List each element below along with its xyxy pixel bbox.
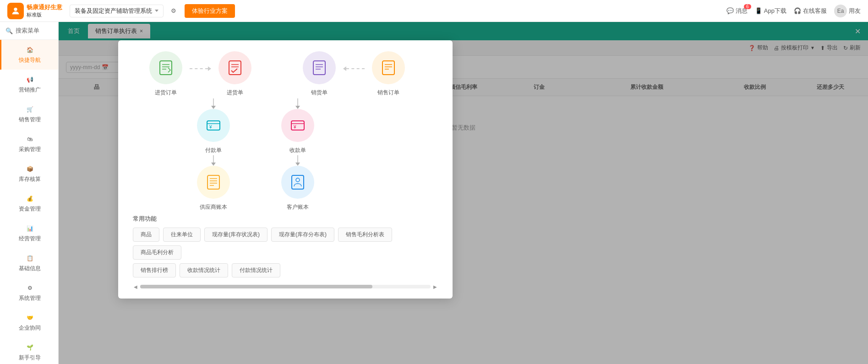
purchase-slip-label: 进货单 xyxy=(227,89,243,97)
flow-node-customer-account[interactable]: 客户账本 xyxy=(281,166,314,211)
function-buttons-row2: 销售排行榜 收款情况统计 付款情况统计 xyxy=(133,263,438,277)
customer-account-label: 客户账本 xyxy=(287,203,309,211)
sidebar-item-operation[interactable]: 📊 经营管理 xyxy=(0,218,58,248)
common-functions-title: 常用功能 xyxy=(133,215,438,223)
sales-order-label: 销售订单 xyxy=(377,89,399,97)
func-btn-product-profit[interactable]: 商品毛利分析 xyxy=(133,245,181,260)
user-menu[interactable]: Ea 用友 xyxy=(834,5,861,17)
arrow-down-2 xyxy=(295,106,300,109)
app-download-button[interactable]: 📱 App下载 xyxy=(755,7,786,15)
scroll-right-btn[interactable]: ▶ xyxy=(432,284,438,289)
function-buttons: 商品 往来单位 现存量(库存状况表) 现存量(库存分布表) 销售毛利分析表 商品… xyxy=(133,228,438,260)
sidebar-search[interactable]: 🔍 搜索菜单 xyxy=(0,22,58,40)
svg-rect-1 xyxy=(160,61,172,75)
flow-modal: 进货订单 进货 xyxy=(118,40,453,299)
search-icon: 🔍 xyxy=(5,27,13,34)
logo-icon xyxy=(7,3,24,19)
func-btn-product[interactable]: 商品 xyxy=(133,228,159,242)
sidebar-item-purchase[interactable]: 🛍 采购管理 xyxy=(0,129,58,159)
sidebar: 🔍 搜索菜单 🏠 快捷导航 📢 营销推广 🛒 销售管理 🛍 采购管理 📦 xyxy=(0,22,59,364)
sidebar-item-inventory[interactable]: 📦 库存核算 xyxy=(0,159,58,189)
message-button[interactable]: 💬 消息 6 xyxy=(726,7,748,15)
avatar: Ea xyxy=(834,5,847,17)
logo-text: 畅康通好生意 标准版 xyxy=(27,4,62,18)
flow-node-receipt-slip[interactable]: ¥ 收款单 xyxy=(281,109,314,154)
arrow-right-icon xyxy=(208,66,211,71)
v-line-3 xyxy=(213,155,214,163)
func-btn-payment-stats[interactable]: 付款情况统计 xyxy=(232,263,280,277)
func-btn-trading-unit[interactable]: 往来单位 xyxy=(163,228,201,242)
basic-info-icon: 📋 xyxy=(25,254,34,263)
enterprise-icon: 🤝 xyxy=(25,313,34,322)
download-icon: 📱 xyxy=(755,7,762,14)
func-btn-sales-ranking[interactable]: 销售排行榜 xyxy=(133,263,176,277)
func-btn-sales-profit[interactable]: 销售毛利分析表 xyxy=(338,228,392,242)
arrow-down-4 xyxy=(295,163,300,166)
common-functions: 常用功能 商品 往来单位 现存量(库存状况表) 现存量(库存分布表) 销售毛利分… xyxy=(133,215,438,277)
finance-icon: 💰 xyxy=(25,194,34,203)
marketing-icon: 📢 xyxy=(25,75,34,84)
service-icon: 🎧 xyxy=(794,7,801,14)
sidebar-item-marketing[interactable]: 📢 营销推广 xyxy=(0,70,58,99)
sidebar-item-quick-nav[interactable]: 🏠 快捷导航 xyxy=(0,40,58,70)
svg-rect-8 xyxy=(313,61,325,75)
svg-point-0 xyxy=(14,7,17,11)
content-area: 首页 销售订单执行表 × ✕ ❓ 帮助 🖨 按模板打印 ▼ xyxy=(59,22,868,364)
inventory-icon: 📦 xyxy=(25,164,34,174)
sales-icon: 🛒 xyxy=(25,105,34,114)
sidebar-item-newbie[interactable]: 🌱 新手引导 xyxy=(0,337,58,364)
chevron-down-icon xyxy=(155,10,158,12)
gear-button[interactable]: ⚙ xyxy=(167,5,180,16)
svg-text:¥: ¥ xyxy=(293,125,296,130)
arrow-sales-order-to-slip xyxy=(343,66,365,71)
v-line-1 xyxy=(213,98,214,106)
payment-slip-circle: ¥ xyxy=(197,109,230,142)
func-btn-receipt-stats[interactable]: 收款情况统计 xyxy=(180,263,228,277)
sidebar-item-enterprise[interactable]: 🤝 企业协同 xyxy=(0,308,58,337)
arrow-purchase-to-slip xyxy=(190,66,211,71)
sales-order-circle xyxy=(372,51,405,84)
flow-node-supplier-account[interactable]: 供应商账本 xyxy=(197,166,230,211)
supplier-account-circle xyxy=(197,166,230,199)
func-btn-inventory-status[interactable]: 现存量(库存状况表) xyxy=(204,228,267,242)
system-icon: ⚙ xyxy=(25,283,34,293)
arrow-down-1 xyxy=(211,106,216,109)
svg-text:¥: ¥ xyxy=(209,125,212,130)
svg-rect-12 xyxy=(382,61,394,75)
sidebar-item-finance[interactable]: 💰 资金管理 xyxy=(0,189,58,218)
svg-rect-22 xyxy=(207,175,219,189)
flow-node-payment-slip[interactable]: ¥ 付款单 xyxy=(197,109,230,154)
receipt-slip-label: 收款单 xyxy=(289,147,306,154)
flow-node-purchase-slip[interactable]: 进货单 xyxy=(218,51,251,97)
flow-node-purchase-order[interactable]: 进货订单 xyxy=(149,51,182,97)
scrollbar-thumb[interactable] xyxy=(140,285,372,288)
scroll-left-btn[interactable]: ◀ xyxy=(133,284,138,289)
online-service-button[interactable]: 🎧 在线客服 xyxy=(794,7,827,15)
arrow-down-3 xyxy=(211,163,216,166)
home-icon: 🏠 xyxy=(25,45,34,54)
modal-scrollbar-row: ◀ ▶ xyxy=(133,284,438,289)
sidebar-item-sales[interactable]: 🛒 销售管理 xyxy=(0,99,58,129)
sales-slip-circle xyxy=(303,51,336,84)
purchase-order-label: 进货订单 xyxy=(155,89,177,97)
system-selector[interactable]: 装备及固定资产辅助管理系统 xyxy=(70,5,164,17)
svg-rect-27 xyxy=(292,175,304,189)
sidebar-item-system[interactable]: ⚙ 系统管理 xyxy=(0,278,58,308)
newbie-icon: 🌱 xyxy=(25,343,34,352)
payment-slip-label: 付款单 xyxy=(205,147,222,154)
modal-overlay: 进货订单 进货 xyxy=(59,22,868,364)
sidebar-item-basic-info[interactable]: 📋 基础信息 xyxy=(0,248,58,278)
logo-area: 畅康通好生意 标准版 xyxy=(7,3,66,19)
svg-point-28 xyxy=(296,178,300,182)
customer-account-circle xyxy=(281,166,314,199)
purchase-order-circle xyxy=(149,51,182,84)
purchase-slip-circle xyxy=(218,51,251,84)
top-right-area: 💬 消息 6 📱 App下载 🎧 在线客服 Ea 用友 xyxy=(726,5,861,17)
func-btn-inventory-dist[interactable]: 现存量(库存分布表) xyxy=(271,228,334,242)
sales-slip-label: 销货单 xyxy=(311,89,328,97)
v-line-2 xyxy=(297,98,298,106)
try-button[interactable]: 体验行业方案 xyxy=(185,4,235,18)
message-icon: 💬 xyxy=(726,7,734,14)
flow-node-sales-order[interactable]: 销售订单 xyxy=(372,51,405,97)
flow-node-sales-slip[interactable]: 销货单 xyxy=(303,51,336,97)
